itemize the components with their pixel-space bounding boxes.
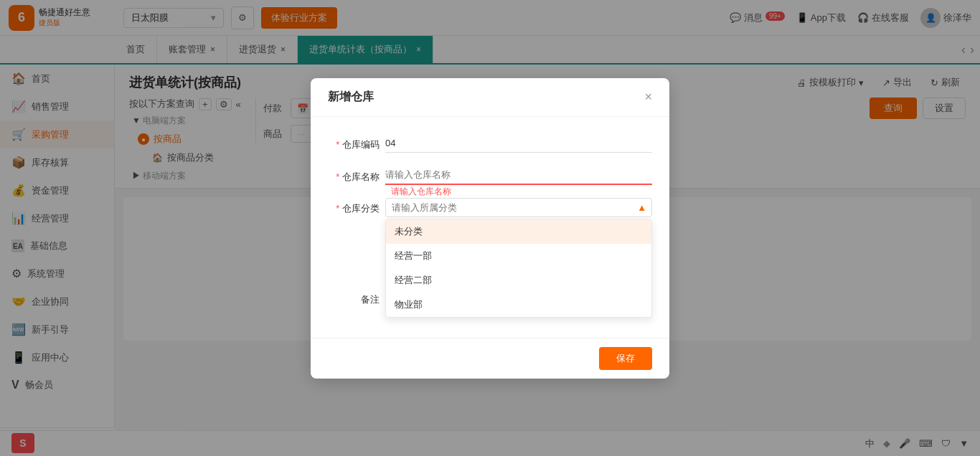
dropdown-item-dept2[interactable]: 经营二部 [386, 268, 651, 293]
dialog-body: 仓库编码 仓库名称 请输入仓库名称 仓库分类 ▲ 未分类 [311, 117, 669, 338]
form-row-name: 仓库名称 请输入仓库名称 [328, 166, 652, 185]
category-dropdown: 未分类 经营一部 经营二部 物业部 [385, 219, 652, 318]
dialog-overlay: 新增仓库 × 仓库编码 仓库名称 请输入仓库名称 仓库分类 [0, 0, 980, 456]
dialog-close-button[interactable]: × [644, 90, 652, 105]
dialog-title: 新增仓库 [328, 90, 374, 105]
form-row-category: 仓库分类 ▲ 未分类 经营一部 经营二部 物业部 [328, 198, 652, 217]
category-input[interactable] [385, 198, 652, 217]
category-label: 仓库分类 [328, 198, 385, 215]
code-input[interactable] [385, 134, 652, 153]
notes-label: 备注 [328, 289, 385, 306]
name-input[interactable] [385, 166, 652, 185]
form-row-code: 仓库编码 [328, 134, 652, 153]
category-select-wrap: ▲ 未分类 经营一部 经营二部 物业部 [385, 198, 652, 217]
add-warehouse-dialog: 新增仓库 × 仓库编码 仓库名称 请输入仓库名称 仓库分类 [311, 78, 669, 379]
code-label: 仓库编码 [328, 134, 385, 151]
dialog-footer: 保存 [311, 338, 669, 379]
name-label: 仓库名称 [328, 166, 385, 184]
chevron-up-icon[interactable]: ▲ [637, 202, 646, 213]
dropdown-item-dept3[interactable]: 物业部 [386, 293, 651, 317]
dialog-header: 新增仓库 × [311, 78, 669, 117]
dropdown-item-dept1[interactable]: 经营一部 [386, 244, 651, 268]
dropdown-item-uncategorized[interactable]: 未分类 [386, 219, 651, 244]
save-button[interactable]: 保存 [599, 347, 652, 370]
name-error-msg: 请输入仓库名称 [391, 186, 451, 198]
